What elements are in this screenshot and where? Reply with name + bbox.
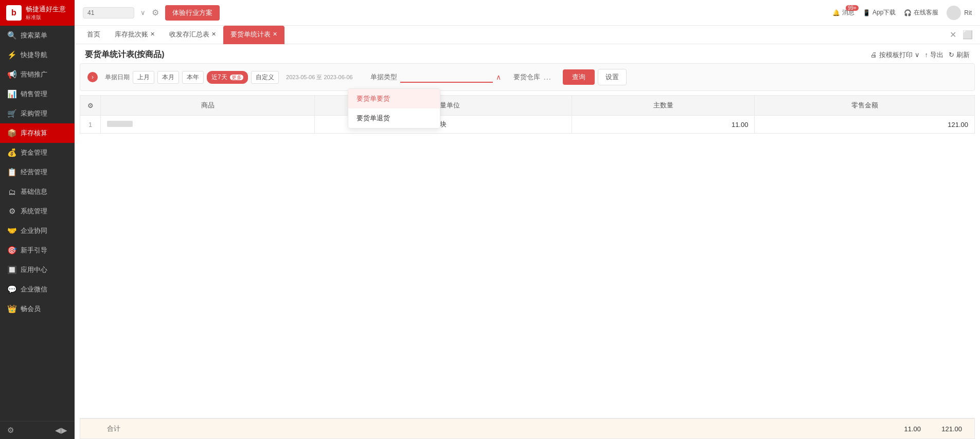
settings-footer-icon[interactable]: ⚙ (7, 426, 14, 435)
dropdown-item-order[interactable]: 要货单要货 (348, 89, 440, 108)
export-icon: ↑ (925, 51, 929, 59)
table-footer: 合计 11.00 121.00 (80, 418, 975, 439)
warehouse-filter-group: 要货仓库 … (513, 72, 551, 82)
sidebar-item-member[interactable]: 👑 畅会员 (0, 299, 75, 319)
sidebar-item-quicknav[interactable]: ⚡ 快捷导航 (0, 45, 75, 65)
topbar-settings-icon[interactable]: ⚙ (152, 8, 159, 17)
tab-order-stats[interactable]: 要货单统计表 ✕ (223, 26, 284, 44)
money-icon: 💰 (7, 148, 16, 157)
sidebar-footer: ⚙ ◀▶ (0, 421, 75, 439)
filter-expand-btn[interactable]: › (87, 72, 98, 82)
sidebar-item-beginner[interactable]: 🎯 新手引导 (0, 241, 75, 260)
sidebar-item-operations[interactable]: 📋 经营管理 (0, 162, 75, 182)
sidebar-item-search[interactable]: 🔍 搜索菜单 (0, 26, 75, 45)
tab-receipt-summary[interactable]: 收发存汇总表 ✕ (162, 26, 223, 44)
row-product (101, 116, 315, 134)
cart-icon: 🛒 (7, 109, 16, 118)
type-dropdown: 要货单要货 要货单退货 (348, 88, 440, 129)
date-filter-label: 单据日期 (105, 73, 130, 82)
main-content: ∨ ⚙ 体验行业方案 🔔 消息 99+ 📱 App下载 🎧 在线客服 Rit (75, 0, 980, 439)
sidebar-item-enterprise[interactable]: 🤝 企业协同 (0, 221, 75, 241)
date-custom-btn[interactable]: 自定义 (251, 71, 279, 84)
col-amount: 零售金额 (755, 96, 975, 116)
tabs-bar-right: ✕ ⬜ (948, 29, 975, 41)
row-amount: 121.00 (755, 116, 975, 134)
sidebar-item-marketing[interactable]: 📢 营销推广 (0, 65, 75, 84)
filter-settings-btn[interactable]: 设置 (598, 69, 627, 85)
warehouse-more-icon[interactable]: … (543, 72, 551, 82)
page-header: 要货单统计表(按商品) 🖨 按模板打印 ∨ ↑ 导出 ↻ 刷新 (75, 44, 980, 63)
date-last-month-btn[interactable]: 上月 (133, 71, 154, 84)
print-chevron-icon: ∨ (915, 51, 920, 59)
type-dropdown-chevron-icon[interactable]: ∧ (496, 73, 501, 81)
print-btn[interactable]: 🖨 按模板打印 ∨ (870, 50, 920, 60)
refresh-btn[interactable]: ↻ 刷新 (949, 50, 970, 60)
sidebar-item-wechat[interactable]: 💬 企业微信 (0, 280, 75, 299)
topbar: ∨ ⚙ 体验行业方案 🔔 消息 99+ 📱 App下载 🎧 在线客服 Rit (75, 0, 980, 26)
box-icon: 📦 (7, 129, 16, 138)
query-btn[interactable]: 查询 (563, 69, 595, 85)
tabs-expand-btn[interactable]: ⬜ (960, 29, 975, 41)
tab-close-receipt-summary[interactable]: ✕ (211, 31, 216, 38)
date-filter-group: 单据日期 上月 本月 本年 近7天 更多 自定义 (105, 71, 279, 84)
megaphone-icon: 📢 (7, 70, 16, 79)
sidebar-item-appcenter[interactable]: 🔲 应用中心 (0, 260, 75, 280)
lightning-icon: ⚡ (7, 50, 16, 60)
type-filter-input[interactable] (400, 71, 493, 83)
breadcrumb-input[interactable] (83, 7, 134, 19)
warehouse-filter-label: 要货仓库 (513, 72, 540, 82)
date-last7-btn[interactable]: 近7天 更多 (207, 71, 248, 84)
col-settings-icon[interactable]: ⚙ (80, 96, 101, 116)
username: Rit (964, 9, 972, 16)
type-filter-group: 单据类型 ∧ (370, 71, 501, 83)
online-service-btn[interactable]: 🎧 在线客服 (904, 8, 938, 17)
tab-close-order-stats[interactable]: ✕ (273, 31, 277, 38)
breadcrumb-chevron-icon[interactable]: ∨ (140, 9, 146, 16)
data-table: ⚙ 商品 主计量单位 主数量 零售金额 1 块 11.00 121.00 (80, 95, 975, 134)
sidebar: b 畅捷通好生意 标准版 🔍 搜索菜单 ⚡ 快捷导航 📢 营销推广 📊 销售管理… (0, 0, 75, 439)
clipboard-icon: 📋 (7, 168, 16, 177)
user-area[interactable]: Rit (947, 6, 972, 20)
sidebar-nav: 🔍 搜索菜单 ⚡ 快捷导航 📢 营销推广 📊 销售管理 🛒 采购管理 📦 库存核… (0, 26, 75, 421)
col-product: 商品 (101, 96, 315, 116)
wechat-icon: 💬 (7, 285, 16, 294)
sidebar-item-basic-info[interactable]: 🗂 基础信息 (0, 182, 75, 202)
message-badge: 99+ (846, 5, 859, 11)
table-container: ⚙ 商品 主计量单位 主数量 零售金额 1 块 11.00 121.00 (80, 95, 975, 418)
tabs-collapse-btn[interactable]: ✕ (948, 29, 958, 41)
trial-btn[interactable]: 体验行业方案 (165, 5, 220, 21)
row-index: 1 (80, 116, 101, 134)
table-row: 1 块 11.00 121.00 (80, 116, 975, 134)
search-icon: 🔍 (7, 31, 16, 40)
footer-total-label: 合计 (107, 424, 120, 433)
sidebar-item-system[interactable]: ⚙ 系统管理 (0, 202, 75, 221)
date-this-month-btn[interactable]: 本月 (157, 71, 179, 84)
printer-icon: 🖨 (870, 51, 877, 59)
sidebar-item-inventory[interactable]: 📦 库存核算 (0, 123, 75, 143)
tab-inventory-batch[interactable]: 库存批次账 ✕ (108, 26, 162, 44)
tab-close-inventory-batch[interactable]: ✕ (150, 31, 155, 38)
sidebar-item-finance[interactable]: 💰 资金管理 (0, 143, 75, 162)
app-title: 畅捷通好生意 标准版 (26, 5, 66, 21)
footer-amount: 121.00 (927, 425, 968, 433)
col-quantity: 主数量 (572, 96, 755, 116)
filter-buttons: 查询 设置 (563, 69, 627, 85)
tab-home[interactable]: 首页 (80, 26, 108, 44)
collapse-sidebar-btn[interactable]: ◀▶ (55, 426, 67, 435)
dropdown-item-return[interactable]: 要货单退货 (348, 108, 440, 128)
app-logo: b (6, 5, 22, 21)
page-actions: 🖨 按模板打印 ∨ ↑ 导出 ↻ 刷新 (870, 50, 970, 60)
sidebar-item-sales[interactable]: 📊 销售管理 (0, 84, 75, 104)
app-download-btn[interactable]: 📱 App下载 (863, 8, 896, 17)
date-range-display: 2023-05-06 至 2023-06-06 (286, 74, 353, 81)
sidebar-header: b 畅捷通好生意 标准版 (0, 0, 75, 26)
date-this-year-btn[interactable]: 本年 (182, 71, 204, 84)
sidebar-item-purchase[interactable]: 🛒 采购管理 (0, 104, 75, 123)
avatar (947, 6, 961, 20)
export-btn[interactable]: ↑ 导出 (925, 50, 944, 60)
footer-quantity: 11.00 (886, 425, 927, 433)
topbar-right: 🔔 消息 99+ 📱 App下载 🎧 在线客服 Rit (832, 6, 972, 20)
message-btn[interactable]: 🔔 消息 99+ (832, 8, 854, 17)
page-title: 要货单统计表(按商品) (85, 49, 165, 60)
chart-icon: 📊 (7, 89, 16, 99)
